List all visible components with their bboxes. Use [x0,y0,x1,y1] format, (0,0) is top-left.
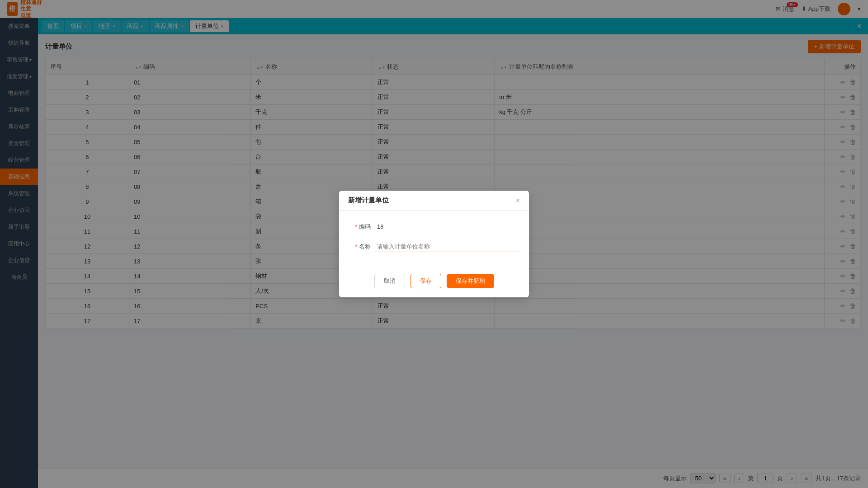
required-mark-name: * [355,243,357,250]
cancel-button[interactable]: 取消 [374,274,405,288]
modal-header: 新增计量单位 × [339,191,529,211]
modal-title: 新增计量单位 [348,196,389,205]
form-row-name: * 名称 [348,241,520,252]
code-label: * 编码 [348,223,371,231]
modal-body: * 编码 * 名称 [339,211,529,268]
code-input[interactable] [374,221,520,232]
modal-close-button[interactable]: × [516,197,520,205]
required-mark: * [355,223,357,230]
save-button[interactable]: 保存 [410,274,441,288]
name-input[interactable] [374,241,520,252]
add-measure-unit-modal: 新增计量单位 × * 编码 * 名称 取消 保存 保存并新增 [339,191,529,297]
form-row-code: * 编码 [348,221,520,232]
modal-overlay[interactable]: 新增计量单位 × * 编码 * 名称 取消 保存 保存并新增 [0,0,868,488]
save-and-new-button[interactable]: 保存并新增 [447,274,494,288]
name-label: * 名称 [348,243,371,251]
modal-footer: 取消 保存 保存并新增 [339,268,529,297]
